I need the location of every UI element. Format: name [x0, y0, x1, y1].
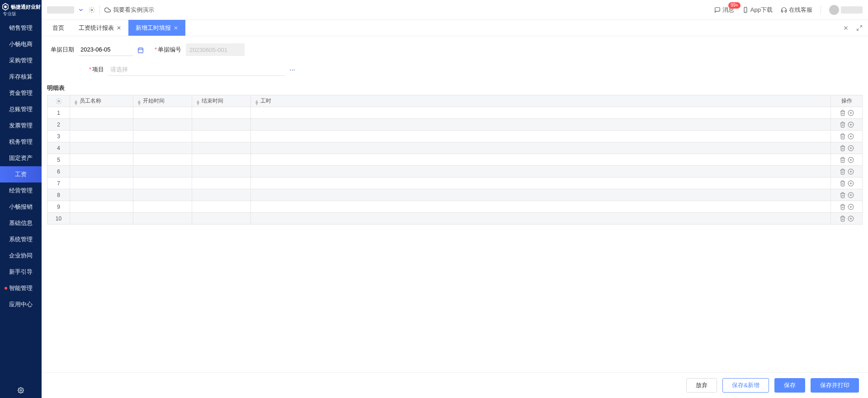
sidebar-item-12[interactable]: 基础信息 [0, 215, 42, 231]
row-add-button[interactable] [848, 121, 854, 127]
row-delete-button[interactable] [840, 215, 846, 221]
save-print-button[interactable]: 保存并打印 [811, 378, 859, 393]
project-input[interactable] [108, 63, 285, 76]
cell-end[interactable] [192, 131, 251, 142]
sidebar-item-16[interactable]: 智能管理 [0, 280, 42, 296]
sidebar-item-4[interactable]: 资金管理 [0, 85, 42, 101]
sidebar-item-15[interactable]: 新手引导 [0, 264, 42, 280]
cell-hours[interactable] [251, 166, 831, 178]
sidebar-item-17[interactable]: 应用中心 [0, 296, 42, 313]
code-input[interactable] [186, 43, 245, 56]
row-delete-button[interactable] [840, 180, 846, 186]
cell-end[interactable] [192, 189, 251, 201]
cell-employee[interactable] [70, 166, 133, 178]
row-delete-button[interactable] [840, 109, 846, 116]
cell-employee[interactable] [70, 213, 133, 225]
sidebar-item-7[interactable]: 税务管理 [0, 134, 42, 150]
sidebar-item-0[interactable]: 销售管理 [0, 20, 42, 36]
tab-2[interactable]: 新增工时填报✕ [128, 20, 185, 36]
tab-close-button[interactable]: ✕ [174, 25, 178, 31]
messages-button[interactable]: 消息 99+ [714, 6, 734, 14]
cell-start[interactable] [133, 201, 192, 213]
cell-start[interactable] [133, 142, 192, 154]
row-delete-button[interactable] [840, 156, 846, 163]
sidebar-item-9[interactable]: 工资 [0, 166, 42, 183]
row-delete-button[interactable] [840, 145, 846, 151]
calendar-button[interactable] [137, 46, 144, 53]
date-input[interactable] [79, 43, 133, 56]
cell-start[interactable] [133, 107, 192, 119]
cell-end[interactable] [192, 178, 251, 189]
row-delete-button[interactable] [840, 203, 846, 210]
row-add-button[interactable] [848, 133, 854, 139]
cell-end[interactable] [192, 154, 251, 166]
cell-hours[interactable] [251, 213, 831, 225]
cell-hours[interactable] [251, 189, 831, 201]
row-add-button[interactable] [848, 215, 854, 221]
cell-employee[interactable] [70, 201, 133, 213]
project-more-button[interactable]: ⋯ [289, 66, 296, 73]
cell-employee[interactable] [70, 189, 133, 201]
sidebar-item-1[interactable]: 小畅电商 [0, 36, 42, 52]
close-all-tabs-button[interactable] [841, 23, 851, 33]
cell-start[interactable] [133, 189, 192, 201]
cell-start[interactable] [133, 166, 192, 178]
cell-hours[interactable] [251, 131, 831, 142]
discard-button[interactable]: 放弃 [686, 378, 717, 393]
cell-employee[interactable] [70, 142, 133, 154]
cell-employee[interactable] [70, 178, 133, 189]
row-delete-button[interactable] [840, 192, 846, 198]
row-add-button[interactable] [848, 145, 854, 151]
cell-end[interactable] [192, 166, 251, 178]
sidebar-item-3[interactable]: 库存核算 [0, 69, 42, 85]
col-start[interactable]: ▲▼开始时间 [133, 95, 192, 107]
cell-start[interactable] [133, 131, 192, 142]
sidebar-item-13[interactable]: 系统管理 [0, 231, 42, 248]
sidebar-item-6[interactable]: 发票管理 [0, 117, 42, 134]
col-employee[interactable]: ▲▼员工名称 [70, 95, 133, 107]
cell-employee[interactable] [70, 154, 133, 166]
row-delete-button[interactable] [840, 168, 846, 174]
tab-close-button[interactable]: ✕ [117, 25, 121, 31]
cell-hours[interactable] [251, 142, 831, 154]
cell-start[interactable] [133, 213, 192, 225]
cell-end[interactable] [192, 213, 251, 225]
sidebar-item-14[interactable]: 企业协同 [0, 248, 42, 264]
cell-start[interactable] [133, 119, 192, 131]
cell-hours[interactable] [251, 201, 831, 213]
row-delete-button[interactable] [840, 133, 846, 139]
row-add-button[interactable] [848, 180, 854, 186]
cell-employee[interactable] [70, 119, 133, 131]
sidebar-item-11[interactable]: 小畅报销 [0, 199, 42, 215]
cell-end[interactable] [192, 201, 251, 213]
sidebar-item-10[interactable]: 经营管理 [0, 183, 42, 199]
cell-hours[interactable] [251, 178, 831, 189]
tab-0[interactable]: 首页 [45, 20, 71, 36]
row-add-button[interactable] [848, 156, 854, 163]
cell-end[interactable] [192, 142, 251, 154]
user-menu[interactable] [829, 5, 863, 15]
header-settings-button[interactable] [89, 6, 95, 14]
col-settings[interactable] [47, 95, 70, 107]
row-add-button[interactable] [848, 192, 854, 198]
cell-end[interactable] [192, 119, 251, 131]
sidebar-item-2[interactable]: 采购管理 [0, 52, 42, 69]
cell-employee[interactable] [70, 107, 133, 119]
app-download-button[interactable]: App下载 [742, 6, 773, 14]
online-service-button[interactable]: 在线客服 [781, 6, 812, 14]
cell-start[interactable] [133, 154, 192, 166]
cell-start[interactable] [133, 178, 192, 189]
cell-hours[interactable] [251, 107, 831, 119]
cell-employee[interactable] [70, 131, 133, 142]
row-delete-button[interactable] [840, 121, 846, 127]
row-add-button[interactable] [848, 168, 854, 174]
company-selector[interactable] [47, 6, 84, 14]
col-end[interactable]: ▲▼结束时间 [192, 95, 251, 107]
save-button[interactable]: 保存 [774, 378, 805, 393]
cell-hours[interactable] [251, 119, 831, 131]
row-add-button[interactable] [848, 203, 854, 210]
tab-1[interactable]: 工资统计报表✕ [71, 20, 128, 36]
save-new-button[interactable]: 保存&新增 [722, 378, 769, 393]
cell-hours[interactable] [251, 154, 831, 166]
row-add-button[interactable] [848, 109, 854, 116]
